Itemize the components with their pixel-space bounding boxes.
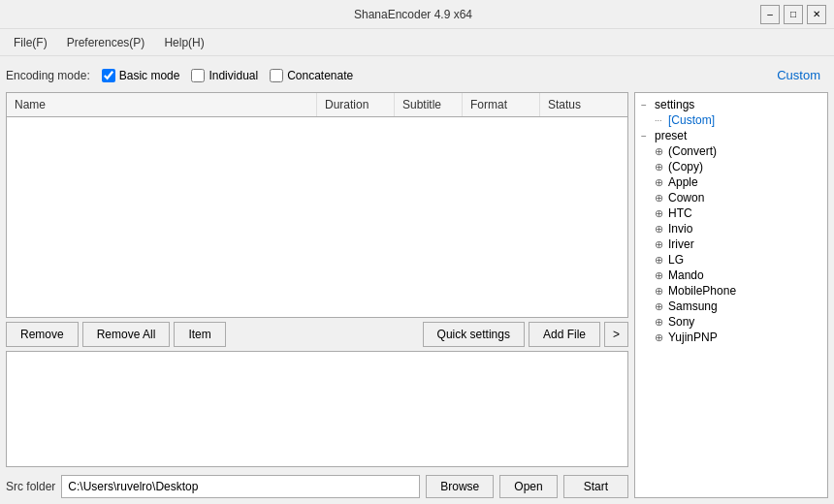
tree-label-apple: Apple xyxy=(668,175,698,189)
tree-item-settings[interactable]: −settings xyxy=(639,97,823,112)
individual-mode-checkbox[interactable] xyxy=(191,69,205,82)
tree-item-custom[interactable]: ···[Custom] xyxy=(639,112,823,128)
expand-icon-yujinpnp: ⊕ xyxy=(655,331,668,344)
tree-label-mobilephone: MobilePhone xyxy=(668,284,736,298)
toolbar-row: Remove Remove All Item Quick settings Ad… xyxy=(6,322,628,347)
menu-preferences[interactable]: Preferences(P) xyxy=(57,32,155,53)
col-status: Status xyxy=(540,93,627,116)
custom-button[interactable]: Custom xyxy=(769,66,828,84)
tree-label-custom: [Custom] xyxy=(668,113,715,127)
menu-bar: File(F) Preferences(P) Help(H) xyxy=(0,29,834,56)
basic-mode-checkbox[interactable] xyxy=(102,69,115,82)
src-folder-label: Src folder xyxy=(6,480,55,493)
tree-label-samsung: Samsung xyxy=(668,299,718,313)
remove-all-button[interactable]: Remove All xyxy=(82,322,171,347)
col-name: Name xyxy=(7,93,317,116)
expand-icon-invio: ⊕ xyxy=(655,223,668,236)
open-button[interactable]: Open xyxy=(499,475,557,498)
tree-label-preset: preset xyxy=(655,129,687,142)
more-button[interactable]: > xyxy=(604,322,628,347)
start-button[interactable]: Start xyxy=(563,475,628,498)
tree-label-lg: LG xyxy=(668,253,684,267)
bottom-bar: Src folder Browse Open Start xyxy=(6,471,628,498)
tree-label-invio: Invio xyxy=(668,222,692,236)
add-file-button[interactable]: Add File xyxy=(529,322,600,347)
table-body xyxy=(7,117,627,314)
expand-icon-mobilephone: ⊕ xyxy=(655,285,668,298)
menu-help[interactable]: Help(H) xyxy=(154,32,213,53)
tree-label-yujinpnp: YujinPNP xyxy=(668,331,718,344)
window-controls[interactable]: – □ ✕ xyxy=(760,5,826,24)
menu-file[interactable]: File(F) xyxy=(4,32,57,53)
left-panel: Name Duration Subtitle Format Status Rem… xyxy=(6,92,628,498)
concatenate-mode-checkbox[interactable] xyxy=(270,69,283,82)
tree-item-invio[interactable]: ⊕Invio xyxy=(639,221,823,236)
tree-label-iriver: Iriver xyxy=(668,237,694,251)
minimize-button[interactable]: – xyxy=(760,5,780,24)
tree-item-mando[interactable]: ⊕Mando xyxy=(639,268,823,283)
expand-icon-samsung: ⊕ xyxy=(655,300,668,313)
output-area xyxy=(6,351,628,467)
expand-icon-preset: − xyxy=(641,131,655,142)
col-format: Format xyxy=(463,93,540,116)
tree-label-cowon: Cowon xyxy=(668,191,704,205)
tree-item-iriver[interactable]: ⊕Iriver xyxy=(639,236,823,252)
tree-item-samsung[interactable]: ⊕Samsung xyxy=(639,299,823,314)
expand-icon-sony: ⊕ xyxy=(655,316,668,329)
expand-icon-custom: ··· xyxy=(655,115,668,125)
tree-item-yujinpnp[interactable]: ⊕YujinPNP xyxy=(639,330,823,345)
expand-icon-htc: ⊕ xyxy=(655,207,668,220)
individual-mode-label: Individual xyxy=(208,69,258,82)
main-container: Encoding mode: Basic mode Individual Con… xyxy=(0,56,834,504)
tree-label-mando: Mando xyxy=(668,268,704,282)
tree-item-lg[interactable]: ⊕LG xyxy=(639,252,823,268)
file-table: Name Duration Subtitle Format Status xyxy=(6,92,628,318)
expand-icon-iriver: ⊕ xyxy=(655,238,668,251)
tree-item-convert[interactable]: ⊕(Convert) xyxy=(639,143,823,159)
close-button[interactable]: ✕ xyxy=(807,5,826,24)
tree-item-apple[interactable]: ⊕Apple xyxy=(639,174,823,190)
src-folder-input[interactable] xyxy=(61,475,420,498)
quick-settings-button[interactable]: Quick settings xyxy=(423,322,525,347)
basic-mode-option[interactable]: Basic mode xyxy=(102,69,180,82)
maximize-button[interactable]: □ xyxy=(784,5,803,24)
col-subtitle: Subtitle xyxy=(395,93,463,116)
concatenate-mode-option[interactable]: Concatenate xyxy=(270,69,353,82)
tree-item-sony[interactable]: ⊕Sony xyxy=(639,314,823,330)
concatenate-mode-label: Concatenate xyxy=(287,69,353,82)
item-button[interactable]: Item xyxy=(174,322,225,347)
expand-icon-mando: ⊕ xyxy=(655,269,668,282)
tree-label-htc: HTC xyxy=(668,206,692,220)
tree-item-cowon[interactable]: ⊕Cowon xyxy=(639,190,823,205)
col-duration: Duration xyxy=(317,93,395,116)
tree-item-htc[interactable]: ⊕HTC xyxy=(639,205,823,221)
expand-icon-settings: − xyxy=(641,100,655,110)
tree-label-copy: (Copy) xyxy=(668,160,703,173)
expand-icon-cowon: ⊕ xyxy=(655,192,668,205)
expand-icon-apple: ⊕ xyxy=(655,176,668,189)
expand-icon-convert: ⊕ xyxy=(655,145,668,158)
expand-icon-lg: ⊕ xyxy=(655,254,668,267)
basic-mode-label: Basic mode xyxy=(119,69,180,82)
tree-label-settings: settings xyxy=(655,98,694,111)
tree-item-preset[interactable]: −preset xyxy=(639,128,823,143)
encoding-label: Encoding mode: xyxy=(6,69,90,82)
expand-icon-copy: ⊕ xyxy=(655,161,668,173)
table-header: Name Duration Subtitle Format Status xyxy=(7,93,627,117)
window-title: ShanaEncoder 4.9 x64 xyxy=(66,8,760,21)
content-area: Name Duration Subtitle Format Status Rem… xyxy=(6,92,828,498)
tree-item-mobilephone[interactable]: ⊕MobilePhone xyxy=(639,283,823,299)
tree-label-convert: (Convert) xyxy=(668,144,717,158)
browse-button[interactable]: Browse xyxy=(426,475,494,498)
tree-panel: −settings···[Custom]−preset⊕(Convert)⊕(C… xyxy=(634,92,828,498)
tree-label-sony: Sony xyxy=(668,315,694,329)
title-bar: ShanaEncoder 4.9 x64 – □ ✕ xyxy=(0,0,834,29)
remove-button[interactable]: Remove xyxy=(6,322,79,347)
tree-item-copy[interactable]: ⊕(Copy) xyxy=(639,159,823,174)
individual-mode-option[interactable]: Individual xyxy=(191,69,258,82)
encoding-bar: Encoding mode: Basic mode Individual Con… xyxy=(6,62,828,88)
